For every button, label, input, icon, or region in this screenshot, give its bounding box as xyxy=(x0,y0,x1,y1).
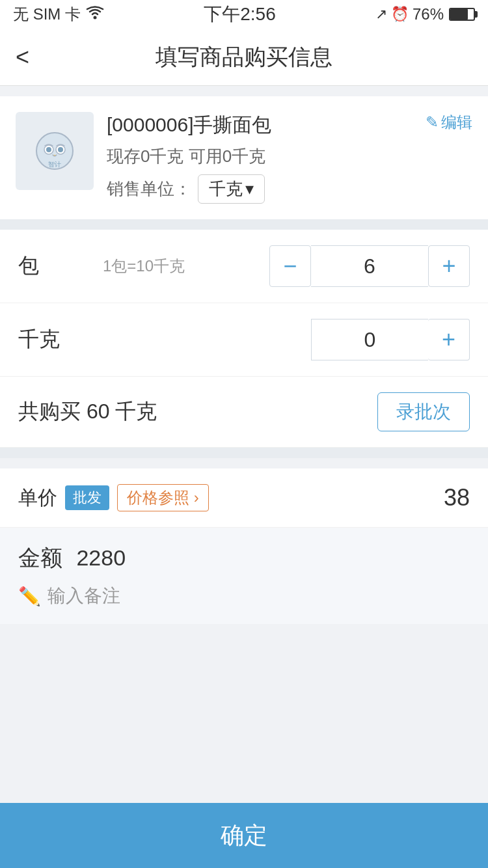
remark-row[interactable]: ✏️ 输入备注 xyxy=(18,584,470,608)
summary-row: 共购买 60 千克 录批次 xyxy=(0,377,488,448)
price-label: 单价 xyxy=(18,485,57,511)
confirm-bar[interactable]: 确定 xyxy=(0,803,488,868)
unit-value: 千克 xyxy=(209,178,243,200)
product-card: 智计 [0000006]手撕面包 ✎ 编辑 现存0千克 可用0千克 销售单位： … xyxy=(0,96,488,219)
nav-bar: < 填写商品购买信息 xyxy=(0,29,488,86)
pack-controls: − + xyxy=(269,245,470,287)
edit-button[interactable]: ✎ 编辑 xyxy=(426,112,472,133)
batch-button[interactable]: 录批次 xyxy=(377,392,470,431)
price-type-tag: 批发 xyxy=(65,485,109,510)
carrier-text: 无 SIM 卡 xyxy=(13,4,81,25)
amount-section: 金额 2280 ✏️ 输入备注 xyxy=(0,528,488,624)
back-button[interactable]: < xyxy=(16,44,29,71)
pack-input[interactable] xyxy=(311,245,428,287)
status-bar: 无 SIM 卡 下午2:56 ↗ ⏰ 76% xyxy=(0,0,488,29)
svg-point-0 xyxy=(94,16,97,20)
battery-icon xyxy=(449,8,475,21)
price-row: 单价 批发 价格参照 › 38 xyxy=(0,468,488,528)
status-right: ↗ ⏰ 76% xyxy=(375,5,475,23)
pack-minus-button[interactable]: − xyxy=(269,245,311,287)
amount-row: 金额 2280 xyxy=(18,543,470,573)
status-time: 下午2:56 xyxy=(204,2,276,27)
pack-sub-label: 1包=10千克 xyxy=(103,256,185,277)
product-name: [0000006]手撕面包 xyxy=(107,112,271,139)
confirm-button[interactable]: 确定 xyxy=(221,820,267,852)
unit-select[interactable]: 千克 ▾ xyxy=(198,174,265,204)
kg-label: 千克 xyxy=(18,325,96,354)
page-title: 填写商品购买信息 xyxy=(156,42,332,72)
amount-label: 金额 xyxy=(18,545,62,570)
price-section: 单价 批发 价格参照 › 38 xyxy=(0,468,488,528)
section-divider-1 xyxy=(0,219,488,230)
edit-icon: ✎ xyxy=(426,113,439,131)
svg-text:智计: 智计 xyxy=(48,161,61,168)
dropdown-icon: ▾ xyxy=(245,179,254,199)
status-left: 无 SIM 卡 xyxy=(13,4,104,25)
kg-controls: + xyxy=(311,319,470,360)
pack-label: 包 xyxy=(18,252,96,280)
input-section: 包 1包=10千克 − + 千克 + 共购买 60 千克 录批次 xyxy=(0,230,488,448)
pack-input-row: 包 1包=10千克 − + xyxy=(0,230,488,303)
battery-percent: 76% xyxy=(413,5,444,23)
svg-point-4 xyxy=(46,147,51,152)
alarm-icon: ⏰ xyxy=(391,6,409,23)
unit-label: 销售单位： xyxy=(107,178,191,200)
amount-value: 2280 xyxy=(76,545,126,570)
pack-plus-button[interactable]: + xyxy=(428,245,470,287)
price-ref-button[interactable]: 价格参照 › xyxy=(117,484,209,511)
svg-point-5 xyxy=(58,147,63,152)
product-info: [0000006]手撕面包 ✎ 编辑 现存0千克 可用0千克 销售单位： 千克 … xyxy=(107,112,472,204)
product-thumbnail: 智计 xyxy=(16,112,94,190)
product-logo-icon: 智计 xyxy=(35,131,74,170)
summary-text: 共购买 60 千克 xyxy=(18,398,157,426)
product-unit-row: 销售单位： 千克 ▾ xyxy=(107,174,472,204)
pencil-icon: ✏️ xyxy=(18,586,41,607)
kg-input[interactable] xyxy=(311,319,428,360)
kg-input-row: 千克 + xyxy=(0,303,488,377)
price-value: 38 xyxy=(444,484,470,511)
section-divider-2 xyxy=(0,448,488,458)
location-icon: ↗ xyxy=(375,6,387,23)
kg-plus-button[interactable]: + xyxy=(428,319,470,360)
wifi-icon xyxy=(86,5,104,23)
product-stock: 现存0千克 可用0千克 xyxy=(107,145,472,168)
remark-placeholder: 输入备注 xyxy=(47,584,120,608)
